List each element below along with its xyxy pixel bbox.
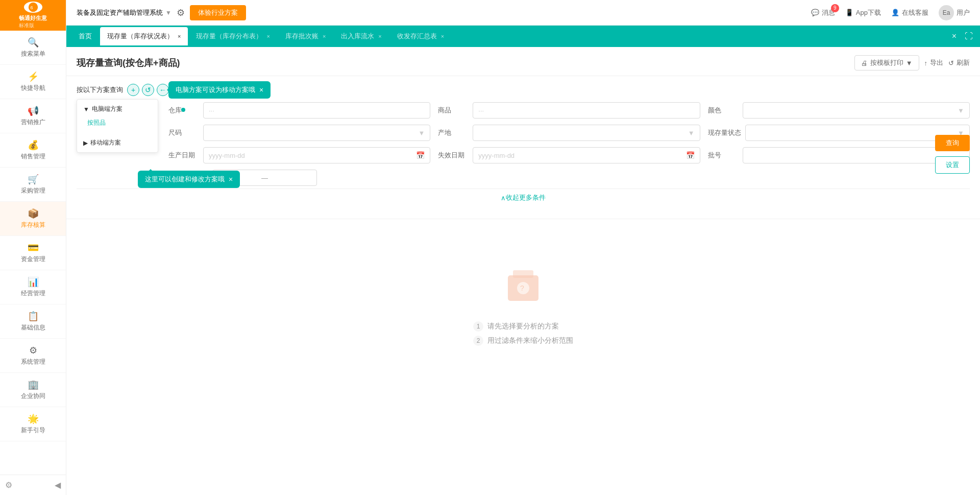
tab-close-stock-flow[interactable]: × <box>378 33 381 39</box>
edit-tooltip-close[interactable]: × <box>229 175 233 183</box>
empty-illustration: ? <box>498 260 549 311</box>
scheme-item-goods[interactable]: 按照品 <box>77 115 158 130</box>
warehouse-select[interactable]: ··· <box>203 102 430 119</box>
sidebar-item-inventory[interactable]: 📦 库存核算 <box>0 202 66 236</box>
online-service-btn[interactable]: 👤 在线客服 <box>891 8 928 17</box>
tab-collect-summary[interactable]: 收发存汇总表 × <box>390 27 451 45</box>
empty-tip-2: 2 用过滤条件来缩小分析范围 <box>473 336 573 346</box>
refresh-btn[interactable]: ↺ 刷新 <box>948 58 970 67</box>
export-icon: ↑ <box>924 59 928 67</box>
export-btn[interactable]: ↑ 导出 <box>924 58 944 67</box>
print-arrow: ▼ <box>906 59 913 67</box>
app-download-btn[interactable]: 📱 App下载 <box>845 8 881 17</box>
tab-fullscreen-btn[interactable]: ⛶ <box>963 30 975 43</box>
sidebar-item-enterprise[interactable]: 🏢 企业协同 <box>0 373 66 407</box>
sidebar-item-sales[interactable]: 💰 销售管理 <box>0 133 66 168</box>
tab-stock-dist[interactable]: 现存量（库存分布表） × <box>189 27 277 45</box>
basic-icon: 📋 <box>28 311 39 322</box>
sidebar-item-finance[interactable]: 💳 资金管理 <box>0 236 66 270</box>
sidebar-item-system[interactable]: ⚙ 系统管理 <box>0 339 66 373</box>
filter-actions: + ↺ ← <box>127 84 169 96</box>
prod-date-input[interactable]: yyyy-mm-dd 📅 <box>203 147 430 163</box>
add-scheme-btn[interactable]: + <box>127 84 139 96</box>
sidebar-nav: 🔍 搜索菜单 ⚡ 快捷导航 📢 营销推广 💰 销售管理 🛒 采购管理 📦 <box>0 31 66 475</box>
tab-close-all-btn[interactable]: × <box>950 30 959 43</box>
operation-icon: 📊 <box>28 276 39 288</box>
tip-num-1: 1 <box>473 321 483 332</box>
sidebar-item-guide[interactable]: 🌟 新手引导 <box>0 407 66 441</box>
filter-row-2: 尺码 ▼ 产地 ▼ <box>168 125 970 141</box>
page-header-actions: 🖨 按模板打印 ▼ ↑ 导出 ↺ 刷新 <box>854 55 970 70</box>
tab-stock-batch[interactable]: 库存批次账 × <box>278 27 333 45</box>
tab-stock-status[interactable]: 现存量（库存状况表） × <box>100 27 188 45</box>
filter-section: 按以下方案查询 + ↺ ← 电脑方案可设为移动方案哦 × <box>66 76 980 219</box>
system-title: 装备及固定资产辅助管理系统 <box>77 8 163 17</box>
industry-btn[interactable]: 体验行业方案 <box>190 5 246 20</box>
tab-stock-flow[interactable]: 出入库流水 × <box>334 27 388 45</box>
svg-text:?: ? <box>520 284 524 292</box>
warehouse-field: 仓库 ··· <box>168 102 430 119</box>
page-inner: 现存量查询(按仓库+商品) 🖨 按模板打印 ▼ ↑ 导出 ↺ <box>66 47 980 495</box>
user-avatar: Ea <box>939 5 954 20</box>
scheme-panel: ▼ 电脑端方案 按照品 ▶ 移动端方案 <box>77 99 158 153</box>
page-content: 现存量查询(按仓库+商品) 🖨 按模板打印 ▼ ↑ 导出 ↺ <box>66 47 980 495</box>
sidebar-item-search[interactable]: 🔍 搜索菜单 <box>0 31 66 65</box>
collapse-btn[interactable]: ∧ 收起更多条件 <box>77 188 970 206</box>
filter-row-4: 现存量（主） — <box>168 170 970 186</box>
tip-num-2: 2 <box>473 336 483 346</box>
top-header: 装备及固定资产辅助管理系统 ▼ ⚙ 体验行业方案 💬 消息 9 📱 App下载 … <box>66 0 980 26</box>
dot <box>181 108 185 112</box>
expiry-date-input[interactable]: yyyy-mm-dd 📅 <box>473 147 700 163</box>
header-settings-btn[interactable]: ⚙ <box>177 7 185 18</box>
refresh-scheme-btn[interactable]: ↺ <box>142 84 154 96</box>
scheme-tooltip-close[interactable]: × <box>259 86 263 94</box>
sidebar: 6 畅通好生意 标准版 🔍 搜索菜单 ⚡ 快捷导航 📢 营销推广 💰 销 <box>0 0 66 495</box>
prod-date-label: 生产日期 <box>168 151 199 160</box>
range-dash: — <box>261 174 268 182</box>
origin-select[interactable]: ▼ <box>473 125 700 141</box>
desktop-scheme-title[interactable]: ▼ 电脑端方案 <box>77 103 158 115</box>
guide-icon: 🌟 <box>28 413 39 425</box>
collapse-icon: ∧ <box>501 194 506 202</box>
system-select[interactable]: 装备及固定资产辅助管理系统 ▼ <box>77 8 172 17</box>
tab-close-stock-dist[interactable]: × <box>266 33 270 39</box>
page-header: 现存量查询(按仓库+商品) 🖨 按模板打印 ▼ ↑ 导出 ↺ <box>66 47 980 76</box>
collapse-sidebar-btn[interactable]: ◀ <box>55 480 61 490</box>
stock-status-label: 现存量状态 <box>708 128 741 137</box>
tab-close-collect-summary[interactable]: × <box>441 33 444 39</box>
color-select[interactable]: ▼ <box>743 102 970 119</box>
color-arrow: ▼ <box>958 107 964 114</box>
sidebar-item-operation[interactable]: 📊 经营管理 <box>0 270 66 304</box>
reset-btn[interactable]: 设置 <box>935 156 970 174</box>
sidebar-item-purchase[interactable]: 🛒 采购管理 <box>0 168 66 202</box>
search-btn-area: 查询 设置 <box>935 135 970 174</box>
print-btn[interactable]: 🖨 按模板打印 ▼ <box>854 55 919 70</box>
tab-home[interactable]: 首页 <box>71 27 99 45</box>
svg-text:6: 6 <box>30 5 33 10</box>
marketing-icon: 📢 <box>28 105 39 116</box>
prod-date-field: 生产日期 yyyy-mm-dd 📅 <box>168 147 430 163</box>
svg-point-0 <box>28 3 37 12</box>
system-select-arrow: ▼ <box>165 9 172 16</box>
user-btn[interactable]: Ea 用户 <box>939 5 970 20</box>
sidebar-item-marketing[interactable]: 📢 营销推广 <box>0 99 66 133</box>
tab-close-stock-status[interactable]: × <box>178 33 181 39</box>
goods-select[interactable]: ··· <box>473 102 700 119</box>
edit-tooltip: 这里可以创建和修改方案哦 × <box>138 171 240 188</box>
size-arrow: ▼ <box>418 129 425 137</box>
message-btn[interactable]: 💬 消息 9 <box>811 8 835 17</box>
stock-range-max[interactable] <box>271 174 311 182</box>
tab-close-stock-batch[interactable]: × <box>323 33 326 39</box>
header-left: 装备及固定资产辅助管理系统 ▼ ⚙ 体验行业方案 <box>77 5 246 20</box>
sidebar-item-quick-nav[interactable]: ⚡ 快捷导航 <box>0 65 66 99</box>
size-select[interactable]: ▼ <box>203 125 430 141</box>
mobile-scheme-title[interactable]: ▶ 移动端方案 <box>77 136 158 149</box>
sidebar-item-basic[interactable]: 📋 基础信息 <box>0 304 66 339</box>
search-btn[interactable]: 查询 <box>935 135 970 151</box>
system-icon: ⚙ <box>29 345 37 356</box>
empty-tip-1: 1 请先选择要分析的方案 <box>473 321 573 332</box>
filter-row-1: 仓库 ··· 商品 ··· <box>168 102 970 119</box>
settings-footer-btn[interactable]: ⚙ <box>5 480 12 490</box>
logo-text: 畅通好生意 标准版 <box>19 14 47 29</box>
print-icon: 🖨 <box>861 59 868 67</box>
